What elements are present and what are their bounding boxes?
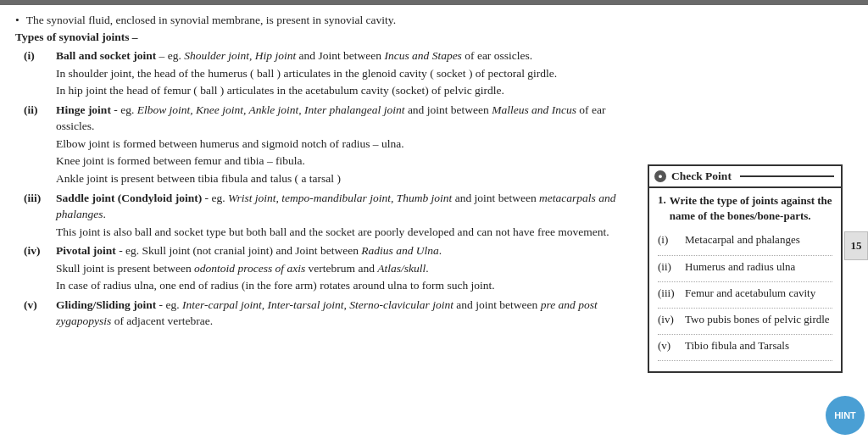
cp-dotted-ii — [658, 275, 832, 282]
joint-item-i: (i) Ball and socket joint – eg. Shoulder… — [24, 47, 632, 99]
joint-sub-ii-3: Ankle joint is present between tibia fib… — [56, 170, 632, 187]
joint-sub-iii-1: This joint is also ball and socket type … — [56, 224, 632, 241]
joint-ex-end-iii: and joint between — [452, 192, 539, 204]
cp-dotted-iv — [658, 328, 832, 335]
joint-sub-ii-1: Elbow joint is formed between humerus an… — [56, 136, 632, 153]
joint-sub-iv-1: Skull joint is present between odontoid … — [56, 260, 632, 277]
cp-item-text-ii: Humerus and radius ulna — [685, 259, 795, 275]
cp-item-num-iv: (iv) — [658, 312, 682, 327]
joint-ex-italic-i: Incus and Stapes — [384, 49, 462, 62]
joint-sub-iv-1-italic: odontoid process of axis — [194, 262, 305, 275]
cp-dotted-iii — [658, 302, 832, 309]
joint-num-iii: (iii) — [24, 190, 51, 207]
joint-num-i: (i) — [24, 47, 51, 64]
cp-item-num-ii: (ii) — [658, 259, 682, 275]
cp-item-i: (i) Metacarpal and phalanges — [658, 232, 832, 255]
joint-item-iii: (iii) Saddle joint (Condyloid joint) - e… — [24, 190, 632, 241]
joint-examples-v: Inter-carpal joint, Inter-tarsal joint, … — [182, 298, 453, 311]
joint-desc-ii: Hinge joint - eg. Elbow joint, Knee join… — [56, 102, 632, 187]
joint-desc-i: Ball and socket joint – eg. Shoulder joi… — [56, 47, 632, 99]
joint-sub-iv-2: In case of radius ulna, one end of radiu… — [56, 277, 632, 294]
joint-item-iv: (iv) Pivotal joint - eg. Skull joint (no… — [24, 242, 632, 294]
check-point-icon: ● — [654, 170, 666, 182]
check-point-header: ● Check Point — [649, 166, 841, 188]
main-content: • The synovial fluid, enclosed in synovi… — [0, 0, 648, 445]
joint-sub-ii-2: Knee joint is formed between femur and t… — [56, 153, 632, 170]
joint-tail-iv: . — [439, 244, 442, 257]
cp-item-text-iv: Two pubis bones of pelvic girdle — [685, 312, 830, 327]
joint-title-ii: Hinge joint — [56, 103, 111, 116]
hint-button[interactable]: HINT — [826, 396, 865, 435]
joint-ex-end-ii: and joint between — [405, 103, 492, 116]
joint-title-v: Gliding/Sliding joint — [56, 298, 156, 311]
cp-item-text-v: Tibio fibula and Tarsals — [685, 338, 789, 353]
cp-question-num: 1. — [658, 193, 666, 229]
joint-desc-v: Gliding/Sliding joint - eg. Inter-carpal… — [56, 297, 632, 330]
bullet-line: • The synovial fluid, enclosed in synovi… — [15, 14, 632, 27]
types-heading: Types of synovial joints – — [15, 31, 632, 44]
joint-connector-iii: - eg. — [202, 192, 228, 204]
joint-connector-iv: - eg. Skull joint (not cranial joint) an… — [116, 244, 361, 257]
joint-num-iv: (iv) — [24, 242, 51, 259]
joint-tail-iii: . — [103, 208, 106, 220]
joint-sub-iv-1-italic2: Atlas/skull — [377, 262, 426, 275]
cp-item-text-i: Metacarpal and phalanges — [685, 232, 800, 248]
cp-item-v: (v) Tibio fibula and Tarsals — [658, 338, 832, 361]
cp-item-iv: (iv) Two pubis bones of pelvic girdle — [658, 312, 832, 335]
joint-sub-i-2: In hip joint the head of femur ( ball ) … — [56, 82, 632, 99]
joint-examples-ii: Elbow joint, Knee joint, Ankle joint, In… — [137, 103, 405, 116]
joint-sub-i-1: In shoulder joint, the head of the humer… — [56, 65, 632, 82]
joint-title-i: Ball and socket joint — [56, 49, 156, 62]
hint-label: HINT — [834, 410, 856, 420]
cp-item-text-iii: Femur and acetabulum cavity — [685, 286, 815, 301]
cp-dotted-i — [658, 249, 832, 256]
cp-question-text: Write the type of joints against the nam… — [670, 193, 832, 224]
joint-connector-v: - eg. — [156, 298, 182, 311]
cp-item-num-i: (i) — [658, 232, 682, 248]
joint-tail-i: of ear ossicles. — [462, 49, 532, 62]
joint-examples-i: Shoulder joint, Hip joint — [184, 49, 296, 62]
cp-dotted-v — [658, 354, 832, 361]
joint-item-ii: (ii) Hinge joint - eg. Elbow joint, Knee… — [24, 102, 632, 187]
check-point-title: Check Point — [671, 170, 732, 183]
cp-content: 1. Write the type of joints against the … — [649, 188, 841, 361]
joint-examples-iv: Radius and Ulna — [361, 244, 439, 257]
joint-connector-i: – eg. — [156, 49, 184, 62]
page-number-badge: 15 — [844, 231, 868, 260]
joint-ex-end-i: and Joint between — [296, 49, 384, 62]
joint-ex-italic-ii: Malleus and Incus — [492, 103, 576, 116]
check-point-box: ● Check Point 1. Write the type of joint… — [648, 164, 843, 373]
cp-item-num-v: (v) — [658, 338, 682, 353]
cp-item-num-iii: (iii) — [658, 286, 682, 301]
joint-num-v: (v) — [24, 297, 51, 314]
cp-item-ii: (ii) Humerus and radius ulna — [658, 259, 832, 282]
bullet-text: The synovial fluid, enclosed in synovial… — [26, 14, 396, 27]
joint-list: (i) Ball and socket joint – eg. Shoulder… — [15, 47, 632, 330]
joint-title-iii: Saddle joint (Condyloid joint) — [56, 192, 202, 204]
joint-title-iv: Pivotal joint — [56, 244, 116, 257]
joint-num-ii: (ii) — [24, 102, 51, 119]
bullet-symbol: • — [15, 14, 19, 27]
joint-tail-v: of adjacent vertebrae. — [111, 314, 213, 327]
joint-item-v: (v) Gliding/Sliding joint - eg. Inter-ca… — [24, 297, 632, 330]
joint-connector-ii: - eg. — [111, 103, 137, 116]
joint-ex-end-v: and joint between — [453, 298, 541, 311]
joint-desc-iii: Saddle joint (Condyloid joint) - eg. Wri… — [56, 190, 632, 241]
joint-examples-iii: Wrist joint, tempo-mandibular joint, Thu… — [228, 192, 452, 204]
page-number: 15 — [851, 239, 862, 253]
cp-item-iii: (iii) Femur and acetabulum cavity — [658, 286, 832, 309]
joint-desc-iv: Pivotal joint - eg. Skull joint (not cra… — [56, 242, 632, 294]
